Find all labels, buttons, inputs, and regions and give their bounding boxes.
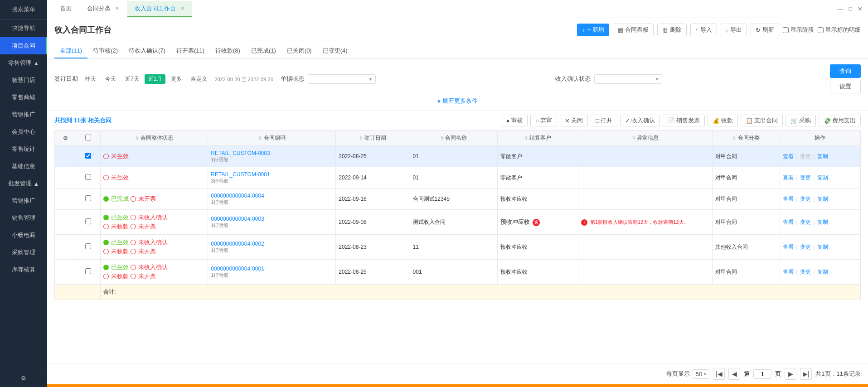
edit-link6[interactable]: 变更 xyxy=(800,269,811,275)
view-link[interactable]: 查看 xyxy=(783,153,794,160)
expense-contract-btn[interactable]: 📋 支出合同 xyxy=(741,115,783,126)
filter-tab-changed[interactable]: 已变更(4) xyxy=(317,44,353,58)
edit-link2[interactable]: 变更 xyxy=(800,174,811,181)
edit-link5[interactable]: 变更 xyxy=(800,244,811,250)
import-btn[interactable]: ↑ 导入 xyxy=(690,24,717,36)
date-opt-yesterday[interactable]: 昨天 xyxy=(82,74,100,84)
copy-link4[interactable]: 复制 xyxy=(817,219,828,225)
next-page-btn[interactable]: ▶ xyxy=(785,368,796,380)
confirm-icon: ✓ xyxy=(625,117,630,124)
filter-tab-pending-payment[interactable]: 待收款(8) xyxy=(210,44,246,58)
tab-close-contract-category[interactable]: ✕ xyxy=(115,5,119,11)
sidebar-item-marketing1[interactable]: 营销推广 xyxy=(0,106,47,123)
last-page-btn[interactable]: ▶| xyxy=(800,368,812,380)
contract-link[interactable]: RETAIL_CUSTOM-0003 xyxy=(211,150,270,156)
filter-tab-closed[interactable]: 已关闭(0) xyxy=(281,44,317,58)
col-settings[interactable]: ⚙ xyxy=(55,131,76,146)
edit-link3[interactable]: 变更 xyxy=(800,196,811,202)
minimize-icon[interactable]: — xyxy=(837,5,843,12)
close-btn[interactable]: ✕ 关闭 xyxy=(560,115,588,126)
filter-tab-completed[interactable]: 已完成(1) xyxy=(246,44,281,58)
copy-link[interactable]: 复制 xyxy=(817,153,828,160)
contract-link2[interactable]: RETAIL_CUSTOM-0001 xyxy=(211,171,270,178)
view-link4[interactable]: 查看 xyxy=(783,219,794,225)
first-page-btn[interactable]: |◀ xyxy=(713,368,725,380)
delete-btn[interactable]: 🗑 删除 xyxy=(657,24,687,36)
new-btn[interactable]: + + 新增 xyxy=(577,24,609,36)
sidebar-item-wholesale[interactable]: 批发管理 ▲ xyxy=(0,175,47,192)
edit-link4[interactable]: 变更 xyxy=(800,219,811,225)
sidebar-item-project-contract[interactable]: 项目合同 xyxy=(0,37,47,54)
filter-tab-all[interactable]: 全部(11) xyxy=(54,44,87,58)
sidebar-settings[interactable]: ⚙ xyxy=(0,369,47,387)
export-btn[interactable]: ↓ 导出 xyxy=(721,24,747,36)
maximize-icon[interactable]: □ xyxy=(849,5,852,12)
contract-link6[interactable]: 0000000000004-0001 xyxy=(211,266,264,272)
page-size-select[interactable]: 50 ▾ xyxy=(693,369,709,379)
sidebar-search[interactable]: 搜索菜单 xyxy=(0,0,47,19)
review-btn[interactable]: ● 审核 xyxy=(501,115,528,126)
page-input[interactable] xyxy=(753,369,771,379)
copy-link2[interactable]: 复制 xyxy=(817,174,828,181)
income-confirm-btn[interactable]: ✓ 收入确认 xyxy=(620,115,660,126)
sidebar-item-retail-mgmt[interactable]: 零售管理 ▲ xyxy=(0,54,47,72)
view-link3[interactable]: 查看 xyxy=(783,196,794,202)
sidebar-item-smart-store[interactable]: 智慧门店 xyxy=(0,72,47,89)
sidebar-nav[interactable]: 快捷导航 xyxy=(0,19,47,37)
sidebar-item-member[interactable]: 会员中心 xyxy=(0,123,47,140)
sidebar-item-ecommerce[interactable]: 小畅电商 xyxy=(0,227,47,244)
view-link5[interactable]: 查看 xyxy=(783,244,794,250)
row-icon xyxy=(55,146,76,167)
edit-link[interactable]: 变更 xyxy=(800,153,811,160)
view-link6[interactable]: 查看 xyxy=(783,269,794,275)
payment-btn[interactable]: 💰 收款 xyxy=(708,115,738,126)
kanban-btn[interactable]: ▦ 合同看板 xyxy=(613,24,654,36)
abandon-btn[interactable]: ○ 弃审 xyxy=(530,115,557,126)
sales-invoice-btn[interactable]: 📄 销售发票 xyxy=(663,115,705,126)
date-opt-custom[interactable]: 自定义 xyxy=(187,74,211,84)
expense-out-btn[interactable]: 💸 费用支出 xyxy=(819,115,861,126)
prev-page-btn[interactable]: ◀ xyxy=(728,368,740,380)
date-opt-1month[interactable]: 近1月 xyxy=(145,74,166,84)
setting-btn[interactable]: 设置 xyxy=(830,80,861,93)
tab-close-income-contract[interactable]: ✕ xyxy=(180,5,184,11)
date-opt-7days[interactable]: 近7天 xyxy=(121,74,143,84)
sidebar-item-marketing2[interactable]: 营销推广 xyxy=(0,192,47,209)
refresh-btn[interactable]: ↻ 刷新 xyxy=(751,24,779,36)
sidebar-item-basic-info[interactable]: 基础信息 xyxy=(0,158,47,175)
close-icon[interactable]: ✕ xyxy=(858,5,863,12)
filter-tab-pending-confirm[interactable]: 待收入确认(7) xyxy=(123,44,171,58)
show-stage-checkbox[interactable]: 显示阶段 xyxy=(783,26,814,34)
expand-btn[interactable]: ▾ 展开更多条件 xyxy=(437,97,478,105)
filter-tab-pending-invoice[interactable]: 待开票(11) xyxy=(171,44,210,58)
filter-tab-pending-review[interactable]: 待审核(2) xyxy=(87,44,123,58)
sidebar-item-purchase[interactable]: 采购管理 xyxy=(0,244,47,261)
confirm-select[interactable]: ▾ xyxy=(594,74,662,84)
contract-link5[interactable]: 0000000000004-0002 xyxy=(211,241,264,247)
status-select[interactable]: ▾ xyxy=(308,74,376,84)
purchase-btn[interactable]: 🛒 采购 xyxy=(786,115,816,126)
date-opt-today[interactable]: 今天 xyxy=(102,74,120,84)
chevron-down-icon: ▲ xyxy=(34,60,39,67)
tab-home[interactable]: 首页 xyxy=(53,1,79,17)
copy-link6[interactable]: 复制 xyxy=(817,269,828,275)
contract-link4[interactable]: 0000000000004-0003 xyxy=(211,216,264,222)
show-detail-checkbox[interactable]: 显示标的明细 xyxy=(818,26,861,34)
tab-contract-category[interactable]: 合同分类 ✕ xyxy=(80,1,126,17)
copy-link5[interactable]: 复制 xyxy=(817,244,828,250)
tab-income-contract[interactable]: 收入合同工作台 ✕ xyxy=(127,1,192,17)
open-btn[interactable]: □ 打开 xyxy=(591,115,617,126)
row-checkbox[interactable] xyxy=(76,146,100,167)
sidebar-item-sales[interactable]: 销售管理 xyxy=(0,209,47,227)
contract-link3[interactable]: 0000000000004-0004 xyxy=(211,193,264,199)
overdue-tag: 逾 xyxy=(533,219,540,226)
view-link2[interactable]: 查看 xyxy=(783,174,794,181)
sidebar-item-retail-stats[interactable]: 零售统计 xyxy=(0,140,47,158)
sidebar-item-inventory[interactable]: 库存核算 xyxy=(0,261,47,278)
search-btn[interactable]: 查询 xyxy=(830,64,861,78)
sidebar-item-retail-mall[interactable]: 零售商城 xyxy=(0,89,47,106)
col-checkbox[interactable] xyxy=(76,131,100,146)
copy-link3[interactable]: 复制 xyxy=(817,196,828,202)
date-opt-more[interactable]: 更多 xyxy=(167,74,185,84)
select-all-checkbox[interactable] xyxy=(85,135,91,140)
